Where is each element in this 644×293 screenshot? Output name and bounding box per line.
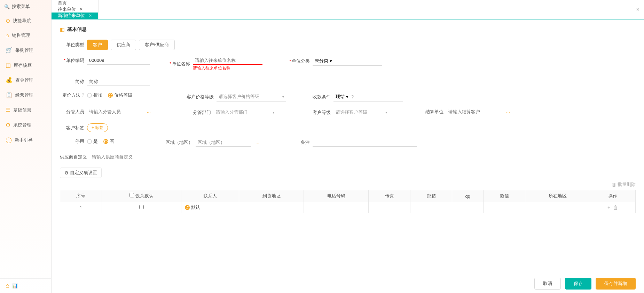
area-input[interactable] (196, 138, 251, 147)
system-label: 系统管理 (13, 122, 31, 128)
unit-type-btn-both[interactable]: 客户/供应商 (139, 40, 175, 50)
close-all-button[interactable]: ✕ (632, 0, 644, 19)
disabled-no-radio[interactable] (103, 139, 108, 144)
customer-level-label: 客户等级 (306, 109, 331, 116)
short-name-input[interactable] (87, 78, 150, 86)
customer-level-arrow-icon: ▾ (385, 111, 387, 114)
unit-category-field: *单位分类 未分类 ▾ (285, 56, 636, 66)
sidebar-item-basic-info[interactable]: ☰基础信息 (0, 103, 51, 117)
pricing-discount[interactable]: 折扣 (87, 92, 102, 98)
tab-close-new-partner[interactable]: ✕ (88, 13, 92, 18)
supplier-custom-label: 供应商自定义 (60, 154, 87, 160)
tab-close-partners[interactable]: ✕ (79, 7, 83, 12)
table-actions: 🗑 批量删除 (60, 181, 636, 188)
row-default-cell: 默认 (181, 202, 239, 213)
finance-label: 资金管理 (15, 77, 33, 83)
tab-partners[interactable]: 往来单位✕ (52, 6, 99, 13)
unit-code-input[interactable] (87, 56, 150, 65)
tab-home[interactable]: 首页 (52, 0, 99, 6)
sidebar-item-operations[interactable]: 📋经营管理 (0, 88, 51, 103)
row-select-checkbox[interactable] (139, 205, 144, 209)
settlement-more-button[interactable]: ··· (505, 109, 511, 115)
row-delete-button[interactable]: 🗑 (613, 205, 618, 210)
tabs: 首页往来单位✕新增往来单位✕ (52, 0, 99, 19)
area-field: 区域（地区） ··· (166, 138, 277, 147)
sidebar-item-purchase[interactable]: 🛒采购管理 (0, 43, 51, 58)
remark-input[interactable] (313, 138, 417, 147)
row-default-radio[interactable]: 默认 (185, 204, 235, 211)
unit-name-error: 请输入往来单位名称 (193, 65, 262, 71)
section-title-text: 基本信息 (67, 26, 87, 33)
col-传真: 传真 (369, 190, 410, 202)
save-and-new-button[interactable]: 保存并新增 (596, 278, 636, 290)
payment-terms-select[interactable]: 现结 ▾ ? (333, 92, 403, 101)
unit-code-label: *单位编码 (60, 57, 84, 64)
operations-label: 经营管理 (15, 92, 33, 98)
sidebar-item-guide[interactable]: ◯新手引导 (0, 132, 51, 147)
sales-label: 销售管理 (12, 32, 30, 39)
select-all-checkbox[interactable] (129, 193, 134, 197)
tab-label-partners: 往来单位 (58, 6, 76, 13)
finance-icon: 💰 (6, 77, 13, 83)
dept-field: 分管部门 请输入分管部门 ▾ (187, 108, 298, 117)
batch-delete-button[interactable]: 🗑 批量删除 (612, 181, 636, 188)
manager-input[interactable] (87, 108, 143, 116)
col-设为默认: 设为默认 (102, 190, 181, 202)
row-add-button[interactable]: + (607, 205, 610, 210)
table-header: 序号 设为默认联系人到货地址电话号码传真邮箱qq微信所在地区操作 (60, 190, 636, 202)
disabled-no[interactable]: 否 (103, 138, 114, 145)
manager-row: 分管人员 ··· 分管部门 请输入分管部门 ▾ 客户等级 请选择客户等级 ▾ (60, 108, 636, 117)
manager-more-button[interactable]: ··· (146, 109, 152, 115)
customer-level-select[interactable]: 请选择客户等级 ▾ (333, 108, 389, 117)
sidebar-item-quick-nav[interactable]: ⊙快捷导航 (0, 13, 51, 28)
settlement-unit-input[interactable] (446, 108, 502, 116)
unit-type-field: 单位类型 客户供应商客户/供应商 (60, 40, 636, 50)
remark-label: 备注 (285, 139, 310, 146)
pricing-help-icon[interactable]: ? (82, 92, 84, 98)
code-name-row: *单位编码 *单位名称 请输入往来单位名称 *单位分类 (60, 56, 636, 71)
sidebar-item-system[interactable]: ⚙系统管理 (0, 117, 51, 132)
disabled-yes[interactable]: 是 (87, 138, 98, 145)
pricing-price-level[interactable]: 价格等级 (108, 92, 132, 98)
short-name-label: 简称 (60, 79, 84, 85)
unit-category-select[interactable]: 未分类 ▾ (313, 56, 382, 66)
search-menu[interactable]: 🔍 搜索菜单 (0, 0, 51, 13)
disabled-yes-radio[interactable] (87, 139, 92, 144)
save-button[interactable]: 保存 (565, 278, 591, 290)
main-area: 首页往来单位✕新增往来单位✕ ✕ ◧ 基本信息 单位类型 客户供应商客户/供应商… (52, 0, 644, 293)
custom-settings-button[interactable]: ⚙ 自定义项设置 (60, 168, 102, 178)
disabled-label: 停用 (60, 138, 84, 145)
dept-select[interactable]: 请输入分管部门 ▾ (214, 108, 276, 117)
row-cell-5 (484, 202, 525, 213)
unit-type-btn-customer[interactable]: 客户 (87, 40, 108, 50)
sidebar-item-inventory[interactable]: ◫库存核算 (0, 58, 51, 73)
payment-terms-help-icon[interactable]: ? (351, 94, 354, 99)
basic-info-icon: ☰ (6, 107, 10, 113)
area-more-button[interactable]: ··· (254, 140, 261, 145)
add-tag-button[interactable]: + 标签 (87, 123, 108, 132)
customer-price-level-select[interactable]: 请选择客户价格等级 ▾ (217, 92, 286, 101)
tag-row: 客户标签 + 标签 (60, 123, 636, 132)
tab-new-partner[interactable]: 新增往来单位✕ (52, 13, 99, 19)
customer-level-field: 客户等级 请选择客户等级 ▾ (306, 108, 411, 117)
price-level-radio[interactable] (108, 93, 113, 98)
sidebar-item-sales[interactable]: ⌂销售管理 (0, 28, 51, 43)
custom-settings-label: 自定义项设置 (70, 170, 97, 176)
settings-gear-icon: ⚙ (64, 170, 69, 176)
sidebar-item-finance[interactable]: 💰资金管理 (0, 73, 51, 88)
customer-tag-field: 客户标签 + 标签 (60, 123, 636, 132)
sidebar: 🔍 搜索菜单 ⊙快捷导航⌂销售管理🛒采购管理◫库存核算💰资金管理📋经营管理☰基础… (0, 0, 52, 293)
manager-field: 分管人员 ··· (60, 108, 178, 116)
operations-icon: 📋 (6, 92, 13, 98)
unit-type-btn-supplier[interactable]: 供应商 (111, 40, 136, 50)
supplier-custom-field: 供应商自定义 (60, 153, 636, 161)
customer-tag-label: 客户标签 (60, 125, 84, 131)
supplier-custom-input[interactable] (90, 153, 173, 161)
unit-name-label: *单位名称 (166, 61, 190, 67)
content-area: ◧ 基本信息 单位类型 客户供应商客户/供应商 *单位编码 *单位名称 (52, 19, 644, 274)
cancel-button[interactable]: 取消 (534, 278, 561, 290)
unit-name-input[interactable] (193, 56, 262, 65)
discount-radio[interactable] (87, 93, 92, 98)
home-icon: ⌂ (6, 282, 9, 290)
unit-name-wrapper: 请输入往来单位名称 (193, 56, 262, 71)
